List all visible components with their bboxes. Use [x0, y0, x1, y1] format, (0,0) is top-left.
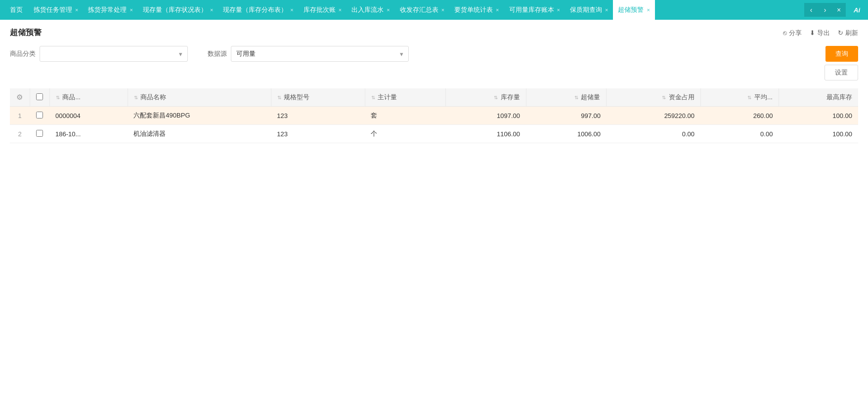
th-max-stock[interactable]: 最高库存 — [779, 88, 858, 107]
sort-icon: ⇅ — [134, 95, 138, 100]
export-icon: ⬇ — [810, 29, 815, 37]
header-actions: ⎋ 分享 ⬇ 导出 ↻ 刷新 — [783, 29, 858, 38]
page-title: 超储预警 — [10, 28, 42, 38]
th-avg[interactable]: ⇅ 平均... — [700, 88, 779, 107]
close-icon[interactable]: × — [647, 7, 650, 13]
cell-product-code: 186-10... — [49, 125, 128, 143]
th-check[interactable] — [30, 88, 49, 107]
select-all-checkbox[interactable] — [36, 93, 43, 100]
close-icon[interactable]: × — [605, 7, 608, 13]
share-link[interactable]: ⎋ 分享 — [783, 29, 802, 38]
cell-capital: 0.00 — [607, 125, 700, 143]
chevron-down-icon: ▾ — [400, 50, 403, 58]
nav-tab-xiancunliang1[interactable]: 现存量（库存状况表） × — [138, 0, 218, 20]
nav-home[interactable]: 首页 — [4, 5, 29, 14]
sort-icon: ⇅ — [494, 95, 498, 100]
close-icon[interactable]: × — [496, 7, 499, 13]
close-icon[interactable]: × — [339, 7, 342, 13]
sort-icon: ⇅ — [371, 95, 375, 100]
nav-tab-xiancunliang2[interactable]: 现存量（库存分布表） × — [218, 0, 298, 20]
sort-icon: ⇅ — [56, 95, 60, 100]
nav-next-button[interactable]: › — [818, 3, 832, 17]
cell-spec: 123 — [271, 125, 365, 143]
cell-stock: 1097.00 — [445, 107, 526, 125]
refresh-link[interactable]: ↻ 刷新 — [838, 29, 858, 38]
th-index: ⚙ — [10, 88, 30, 107]
sort-icon: ⇅ — [574, 95, 578, 100]
close-icon[interactable]: × — [210, 7, 213, 13]
close-icon[interactable]: × — [130, 7, 132, 13]
sort-icon: ⇅ — [747, 95, 751, 100]
data-table: ⚙ ⇅ 商品... ⇅ 商品名称 ⇅ 规格型号 ⇅ — [10, 88, 858, 143]
close-icon[interactable]: × — [441, 7, 444, 13]
nav-tab-yaohuo[interactable]: 要货单统计表 × — [449, 0, 504, 20]
filter-datasource: 数据源 可用量 ▾ — [208, 46, 409, 62]
cell-stock: 1106.00 — [445, 125, 526, 143]
nav-tab-jianhuorenwuguanli[interactable]: 拣货任务管理 × — [29, 0, 83, 20]
gear-icon[interactable]: ⚙ — [16, 93, 23, 101]
cell-unit: 个 — [365, 125, 445, 143]
cell-check[interactable] — [30, 107, 49, 125]
category-label: 商品分类 — [10, 49, 36, 58]
nav-close-button[interactable]: × — [832, 3, 846, 17]
nav-tab-churukuliu[interactable]: 出入库流水 × — [347, 0, 394, 20]
cell-max-stock: 100.00 — [779, 107, 858, 125]
nav-tab-jianhuoyichangchuli[interactable]: 拣货异常处理 × — [83, 0, 137, 20]
topbar-right: Ai — [850, 5, 864, 15]
close-icon[interactable]: × — [290, 7, 293, 13]
datasource-label: 数据源 — [208, 49, 227, 58]
cell-check[interactable] — [30, 125, 49, 143]
th-product-code[interactable]: ⇅ 商品... — [49, 88, 128, 107]
filter-section: 商品分类 ▾ 数据源 可用量 ▾ 查询 设置 — [10, 46, 858, 80]
cell-over-stock: 997.00 — [526, 107, 607, 125]
close-icon[interactable]: × — [387, 7, 390, 13]
refresh-icon: ↻ — [838, 29, 843, 37]
nav-arrows: ‹ › × — [804, 3, 846, 17]
datasource-value: 可用量 — [236, 49, 256, 58]
table-header-row: ⚙ ⇅ 商品... ⇅ 商品名称 ⇅ 规格型号 ⇅ — [10, 88, 858, 107]
page-header: 超储预警 ⎋ 分享 ⬇ 导出 ↻ 刷新 — [10, 28, 858, 38]
cell-capital: 259220.00 — [607, 107, 700, 125]
query-button[interactable]: 查询 — [825, 46, 858, 62]
nav-tab-kucunpicizh[interactable]: 库存批次账 × — [299, 0, 347, 20]
share-icon: ⎋ — [783, 29, 787, 37]
nav-tab-keyongliang[interactable]: 可用量库存账本 × — [504, 0, 565, 20]
cell-product-code: 0000004 — [49, 107, 128, 125]
cell-avg: 0.00 — [700, 125, 779, 143]
cell-over-stock: 1006.00 — [526, 125, 607, 143]
nav-prev-button[interactable]: ‹ — [804, 3, 818, 17]
close-icon[interactable]: × — [557, 7, 560, 13]
filter-buttons: 查询 设置 — [825, 46, 858, 80]
category-select[interactable]: ▾ — [40, 46, 188, 62]
close-icon[interactable]: × — [75, 7, 78, 13]
sort-icon: ⇅ — [277, 95, 281, 100]
cell-index: 2 — [10, 125, 30, 143]
row-checkbox[interactable] — [36, 130, 43, 137]
table-row: 1 0000004 六配套新昌490BPG 123 套 1097.00 997.… — [10, 107, 858, 125]
cell-max-stock: 100.00 — [779, 125, 858, 143]
th-capital[interactable]: ⇅ 资金占用 — [607, 88, 700, 107]
ai-badge[interactable]: Ai — [850, 5, 864, 15]
th-product-name[interactable]: ⇅ 商品名称 — [128, 88, 271, 107]
filter-category: 商品分类 ▾ — [10, 46, 188, 62]
top-navigation: 首页 拣货任务管理 × 拣货异常处理 × 现存量（库存状况表） × 现存量（库存… — [0, 0, 868, 20]
th-stock[interactable]: ⇅ 库存量 — [445, 88, 526, 107]
sort-icon: ⇅ — [662, 95, 666, 100]
cell-product-name: 六配套新昌490BPG — [128, 107, 271, 125]
cell-product-name: 机油滤清器 — [128, 125, 271, 143]
th-over-stock[interactable]: ⇅ 超储量 — [526, 88, 607, 107]
th-unit[interactable]: ⇅ 主计量 — [365, 88, 445, 107]
cell-unit: 套 — [365, 107, 445, 125]
nav-tab-shoufacun[interactable]: 收发存汇总表 × — [395, 0, 449, 20]
nav-tab-baozhi[interactable]: 保质期查询 × — [565, 0, 613, 20]
row-checkbox[interactable] — [36, 112, 43, 118]
cell-avg: 260.00 — [700, 107, 779, 125]
cell-spec: 123 — [271, 107, 365, 125]
nav-tab-chaochuyujing[interactable]: 超储预警 × — [613, 0, 654, 20]
settings-button[interactable]: 设置 — [825, 65, 858, 80]
table-row: 2 186-10... 机油滤清器 123 个 1106.00 1006.00 … — [10, 125, 858, 143]
export-link[interactable]: ⬇ 导出 — [810, 29, 830, 38]
datasource-select[interactable]: 可用量 ▾ — [231, 46, 409, 62]
th-spec[interactable]: ⇅ 规格型号 — [271, 88, 365, 107]
cell-index: 1 — [10, 107, 30, 125]
